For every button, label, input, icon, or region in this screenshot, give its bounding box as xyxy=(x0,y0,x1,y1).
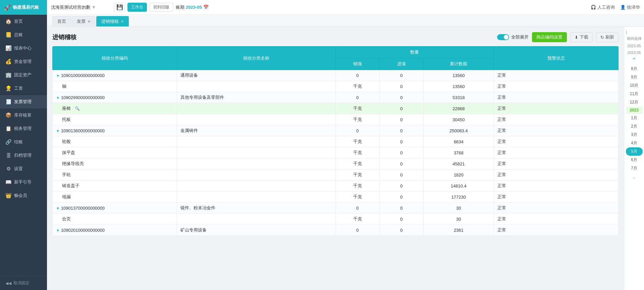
download-btn[interactable]: ⬇ 下载 xyxy=(570,32,593,42)
period-month-7[interactable]: 7月 xyxy=(626,164,643,172)
period-month-9[interactable]: 9月 xyxy=(626,73,643,81)
period-month-3[interactable]: 3月 xyxy=(626,131,643,139)
sidebar-item-guide[interactable]: 📖 新手引导 xyxy=(0,175,47,189)
table-row[interactable]: 地漏 千克 0 177230 正常 xyxy=(53,192,619,203)
period-month-4[interactable]: 4月 xyxy=(626,139,643,147)
cell-sales: 0 xyxy=(379,180,423,192)
table-row[interactable]: ▼109013600000000000 金属铸件 0 0 250083.4 正常 xyxy=(53,125,619,136)
sidebar-item-inventory[interactable]: 📦 库存核算 xyxy=(0,108,47,122)
th-sales: 销项 xyxy=(335,58,379,70)
table-row[interactable]: 手轮 千克 0 1820 正常 xyxy=(53,169,619,180)
cell-unit: 千克 xyxy=(335,136,379,147)
member-icon: 👑 xyxy=(5,193,11,199)
support-link[interactable]: 🎧 人工咨询 xyxy=(591,4,615,10)
table-row[interactable]: 铸造盖子 千克 0 14810.4 正常 xyxy=(53,180,619,192)
sidebar-footer-label: 取消固定 xyxy=(13,280,30,286)
table-row[interactable]: 座椅 🔍 千克 0 22868 正常 xyxy=(53,103,619,114)
expand-icon[interactable]: ▼ xyxy=(56,74,60,78)
page-actions: 全部展开 商品编码设置 ⬇ 下载 ↻ 刷新 xyxy=(497,32,619,42)
sidebar-item-home[interactable]: 🏠 首页 xyxy=(0,15,47,28)
panel-collapse-btn[interactable]: ⟩ xyxy=(626,29,627,35)
cell-name xyxy=(177,136,335,147)
company-selector[interactable]: 沈海英测试经营勿删 ▼ xyxy=(51,4,111,10)
cell-code: 地漏 xyxy=(53,192,177,203)
calendar-icon[interactable]: 📅 xyxy=(203,5,209,10)
invoice-icon: 🧾 xyxy=(5,99,11,105)
switch-old-button[interactable]: 切到旧版 xyxy=(150,3,173,12)
tab-reconcile[interactable]: 进销稽核 ✕ xyxy=(96,16,129,26)
table-row[interactable]: 绝缘导线壳 千克 0 45821 正常 xyxy=(53,158,619,169)
cell-sales: 0 xyxy=(379,114,423,125)
expand-icon[interactable]: ▼ xyxy=(56,129,60,133)
cell-code: ▼109029900000000000 xyxy=(53,92,177,103)
cell-total: 45821 xyxy=(423,158,494,169)
table-row[interactable]: ▼109020100000000000 矿山专用设备 0 0 2361 正常 xyxy=(53,225,619,236)
period-month-8[interactable]: 8月 xyxy=(626,65,643,73)
workbench-button[interactable]: 工作台 xyxy=(127,3,147,12)
payroll-icon: 👷 xyxy=(5,85,11,91)
sidebar-item-ledger[interactable]: 📒 总账 xyxy=(0,28,47,42)
period-month-1[interactable]: 1月 xyxy=(626,114,643,122)
expand-toggle-label: 全部展开 xyxy=(511,34,529,40)
sidebar-item-archive[interactable]: 🗄 归档管理 xyxy=(0,149,47,162)
refresh-btn[interactable]: ↻ 刷新 xyxy=(596,32,619,42)
sidebar-item-tax[interactable]: 📋 税务管理 xyxy=(0,122,47,135)
cell-name xyxy=(177,214,335,225)
cell-sales: 0 xyxy=(335,225,379,236)
tab-reconcile-close[interactable]: ✕ xyxy=(121,19,124,24)
cell-code: 轴 xyxy=(53,81,177,92)
cell-name xyxy=(177,81,335,92)
sidebar-item-label: 固定资产 xyxy=(14,72,32,78)
table-row[interactable]: 轴 千克 0 13560 正常 xyxy=(53,81,619,92)
save-button[interactable]: 💾 xyxy=(114,3,125,12)
period-month-2[interactable]: 2月 xyxy=(626,122,643,131)
table-row[interactable]: 托板 千克 0 30450 正常 xyxy=(53,114,619,125)
table-row[interactable]: 抹平盘 千克 0 3768 正常 xyxy=(53,147,619,158)
table-row[interactable]: 合页 千克 0 30 正常 xyxy=(53,214,619,225)
expand-icon[interactable]: ▼ xyxy=(56,228,60,232)
sidebar-item-member[interactable]: 👑 畅会员 xyxy=(0,189,47,202)
table-row[interactable]: ▼109029900000000000 其他专用设备及零部件 0 0 53318… xyxy=(53,92,619,103)
cell-status: 正常 xyxy=(494,92,618,103)
th-quantity: 数量 xyxy=(335,47,494,58)
tab-home[interactable]: 首页 xyxy=(52,16,71,26)
cell-name xyxy=(177,103,335,114)
cell-name xyxy=(177,192,335,203)
period-year-1[interactable]: 2023.05 xyxy=(626,43,643,49)
sidebar-item-assets[interactable]: 🏢 固定资产 xyxy=(0,68,47,82)
expand-icon[interactable]: ▼ xyxy=(56,206,60,210)
period-down-btn[interactable]: ⌄ xyxy=(632,172,637,181)
sidebar-item-settings[interactable]: ⚙ 设置 xyxy=(0,162,47,175)
tab-invoice[interactable]: 发票 ✕ xyxy=(72,16,96,26)
cell-unit: 千克 xyxy=(335,81,379,92)
cell-sales: 0 xyxy=(379,81,423,92)
sidebar-unpin[interactable]: ◀◀ 取消固定 xyxy=(0,276,47,290)
cell-status: 正常 xyxy=(494,103,618,114)
period-up-btn[interactable]: ⌃ xyxy=(632,56,637,65)
table-row[interactable]: ▼109010000000000000 通用设备 0 0 13560 正常 xyxy=(53,70,619,81)
period-month-10[interactable]: 10月 xyxy=(626,81,643,90)
expand-toggle[interactable]: 全部展开 xyxy=(497,34,529,40)
table-row[interactable]: ▼109013700000000000 锻件、粉末冶金件 0 0 30 正常 xyxy=(53,203,619,214)
sidebar-item-checkout[interactable]: 🔗 结账 xyxy=(0,135,47,149)
expand-icon[interactable]: ▼ xyxy=(56,96,60,100)
period-month-5[interactable]: 5月 xyxy=(626,147,643,156)
period-month-11[interactable]: 11月 xyxy=(626,90,643,98)
sidebar-item-reports[interactable]: 📊 报表中心 xyxy=(0,42,47,55)
sidebar-item-funds[interactable]: 💰 资金管理 xyxy=(0,55,47,68)
table-row[interactable]: 轮毂 千克 0 6634 正常 xyxy=(53,136,619,147)
period-month-12[interactable]: 12月 xyxy=(626,98,643,106)
tab-invoice-close[interactable]: ✕ xyxy=(88,19,91,24)
cell-status: 正常 xyxy=(494,158,618,169)
sidebar-item-invoice[interactable]: 🧾 发票管理 xyxy=(0,95,47,108)
product-code-btn[interactable]: 商品编码设置 xyxy=(532,32,567,42)
user-profile[interactable]: 👤 徐泽华 xyxy=(620,4,640,10)
period-year-2[interactable]: 2023.05 xyxy=(626,49,643,56)
cell-code: 托板 xyxy=(53,114,177,125)
period-month-6[interactable]: 6月 xyxy=(626,156,643,164)
expand-toggle-switch[interactable] xyxy=(497,34,509,40)
cell-code: ▼109013700000000000 xyxy=(53,203,177,214)
sidebar-item-payroll[interactable]: 👷 工资 xyxy=(0,82,47,95)
cell-sales: 0 xyxy=(379,169,423,180)
cell-code: ▼109020100000000000 xyxy=(53,225,177,236)
